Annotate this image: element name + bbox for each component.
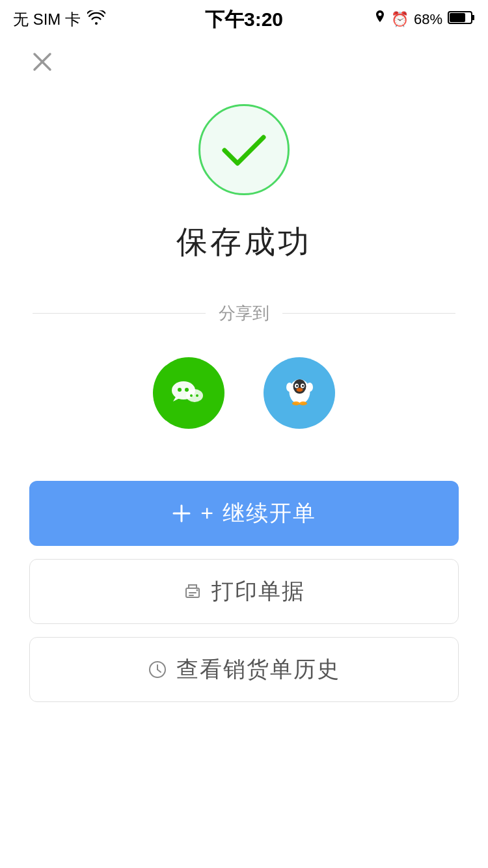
wifi-icon	[87, 10, 105, 29]
svg-point-8	[186, 389, 203, 402]
print-label: 打印单据	[211, 576, 305, 606]
print-icon	[183, 582, 202, 601]
divider-line-left	[33, 313, 206, 314]
history-button[interactable]: 查看销货单历史	[29, 637, 459, 702]
svg-rect-26	[189, 592, 197, 593]
checkmark-icon	[221, 132, 267, 168]
svg-point-20	[299, 401, 307, 405]
svg-point-9	[190, 394, 193, 397]
plus-icon	[172, 504, 191, 523]
svg-rect-1	[472, 15, 474, 20]
carrier-text: 无 SIM 卡	[13, 9, 81, 30]
wechat-share-button[interactable]	[153, 357, 224, 429]
svg-point-18	[296, 388, 303, 392]
svg-rect-2	[450, 13, 465, 22]
share-label: 分享到	[219, 302, 269, 325]
battery-icon	[448, 10, 475, 29]
main-content: 保存成功 分享到	[0, 39, 488, 702]
svg-point-17	[302, 385, 304, 387]
close-icon	[32, 51, 53, 72]
clock-icon	[148, 660, 167, 679]
svg-point-7	[185, 388, 189, 392]
share-divider: 分享到	[33, 302, 455, 325]
status-time: 下午3:20	[205, 7, 283, 33]
status-left: 无 SIM 卡	[13, 9, 105, 30]
qq-share-button[interactable]	[264, 357, 335, 429]
divider-line-right	[282, 313, 455, 314]
location-icon	[374, 10, 386, 29]
success-circle	[198, 104, 290, 195]
svg-point-22	[306, 383, 313, 392]
history-label: 查看销货单历史	[176, 655, 340, 685]
alarm-icon: ⏰	[391, 11, 409, 28]
share-icons	[153, 357, 335, 429]
status-right: ⏰ 68%	[374, 10, 475, 29]
svg-line-31	[157, 670, 161, 672]
continue-label: + 继续开单	[200, 498, 316, 528]
qq-icon	[278, 372, 321, 414]
svg-point-28	[197, 590, 198, 591]
svg-point-6	[178, 388, 182, 392]
wechat-icon	[167, 371, 211, 415]
battery-text: 68%	[414, 11, 442, 28]
action-buttons: + 继续开单 打印单据	[29, 481, 459, 702]
svg-point-21	[286, 383, 293, 392]
svg-point-10	[196, 394, 198, 397]
svg-point-19	[292, 401, 300, 405]
success-title: 保存成功	[176, 221, 312, 263]
close-button[interactable]	[26, 46, 59, 78]
svg-rect-27	[189, 595, 194, 596]
svg-point-16	[296, 385, 298, 387]
print-button[interactable]: 打印单据	[29, 559, 459, 624]
continue-button[interactable]: + 继续开单	[29, 481, 459, 546]
status-bar: 无 SIM 卡 下午3:20 ⏰ 68%	[0, 0, 488, 39]
